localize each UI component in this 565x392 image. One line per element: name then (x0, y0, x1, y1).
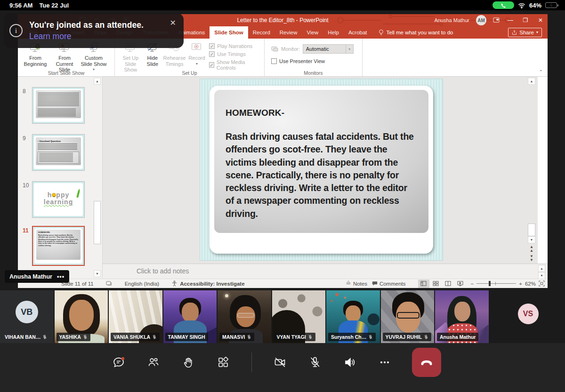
thumbnail-scrollbar[interactable]: ▲ ▼ (94, 78, 101, 277)
slide-11-thumbnail-selected[interactable]: HOMEWORK- Rash driving causes fatal acci… (32, 226, 85, 266)
slide-number: 10 (23, 182, 29, 189)
zoom-level[interactable]: 62% (525, 281, 536, 287)
more-options-button[interactable] (378, 356, 391, 369)
checkbox-checked: ✓ (209, 62, 214, 68)
participant-tile[interactable]: Anusha Mathur (435, 290, 489, 343)
mic-off-button[interactable] (308, 356, 322, 369)
show-media-controls-checkbox[interactable]: ✓Show Media Controls (209, 59, 259, 71)
teams-meeting-screen: 9:56 AM Tue 22 Jul 64% (0, 0, 565, 392)
accessibility-status[interactable]: Accessibility: Investigate (180, 281, 244, 287)
dropdown-caret: ▾ (196, 62, 198, 66)
participant-tile[interactable]: TANMAY SINGH (163, 290, 217, 343)
notes-pane[interactable]: Click to add notes ▲ ▼ (103, 264, 548, 279)
reading-view-button[interactable] (443, 280, 454, 288)
slide-body-text: Rash driving causes fatal accidents. But… (226, 130, 418, 220)
scroll-down-arrow[interactable]: ▼ (528, 236, 535, 243)
previous-slide-button[interactable]: ▲▲ (528, 244, 535, 254)
tab-slide-show[interactable]: Slide Show (210, 26, 248, 39)
display-settings-icon[interactable] (106, 281, 113, 286)
collapse-ribbon-chevron[interactable]: ⌃ (539, 69, 543, 74)
notes-scroll-down[interactable]: ▼ (538, 272, 545, 279)
tab-help[interactable]: Help (323, 26, 344, 39)
scroll-down-arrow[interactable]: ▼ (94, 270, 101, 277)
ios-status-bar: 9:56 AM Tue 22 Jul 64% (0, 0, 565, 10)
slide-show-view-button[interactable] (455, 280, 466, 288)
vertical-scrollbar[interactable]: ▲ ▼ ▲▲ ▼▼ (528, 78, 535, 263)
checkbox-checked: ✓ (209, 43, 215, 49)
tab-acrobat[interactable]: Acrobat (344, 26, 372, 39)
slide-heading: HOMEWORK- (226, 108, 418, 118)
account-avatar[interactable]: AM (476, 15, 486, 25)
slide-number-selected: 11 (23, 227, 29, 234)
more-options-dots[interactable]: ••• (57, 273, 65, 280)
active-call-pill[interactable] (492, 1, 514, 9)
crayon-icon (76, 191, 80, 198)
participant-tile[interactable]: Suryansh Ch… (326, 290, 380, 343)
tab-review[interactable]: Review (275, 26, 302, 39)
mic-off-icon (424, 335, 428, 339)
share-button[interactable]: Share ▾ (508, 28, 542, 37)
scroll-up-arrow[interactable]: ▲ (94, 78, 101, 85)
zoom-out-button[interactable]: − (471, 281, 474, 287)
tab-record[interactable]: Record (248, 26, 275, 39)
share-icon (512, 30, 517, 35)
raise-hand-button[interactable] (182, 356, 195, 369)
next-slide-button[interactable]: ▼▼ (528, 254, 535, 263)
participant-tile[interactable]: VANIA SHUKLA (109, 290, 162, 343)
restore-button[interactable]: ❐ (521, 17, 530, 24)
slide-10-thumbnail[interactable]: hppy learning (32, 181, 85, 218)
fit-to-window-icon[interactable] (539, 280, 545, 287)
presenter-name-pill[interactable]: Anusha Mathur ••• (5, 270, 69, 283)
monitor-label: Monitor: (281, 46, 300, 52)
toast-close-icon[interactable]: ✕ (170, 18, 176, 27)
comments-toggle[interactable]: Comments (372, 281, 406, 287)
play-narrations-checkbox[interactable]: ✓Play Narrations (209, 43, 259, 49)
meeting-control-bar (0, 343, 565, 392)
participant-tile[interactable]: VYAN TYAGI (272, 290, 326, 343)
comments-icon (372, 281, 378, 286)
speaker-button[interactable] (343, 356, 356, 369)
hang-up-button[interactable] (412, 348, 441, 377)
zoom-in-button[interactable]: + (519, 281, 522, 287)
camera-off-button[interactable] (274, 356, 287, 369)
scroll-up-arrow[interactable]: ▲ (528, 78, 535, 85)
chat-button[interactable] (112, 356, 125, 369)
use-presenter-view-checkbox[interactable]: Use Presenter View (271, 58, 354, 64)
participant-tile[interactable]: VB VIHAAN BAN… (0, 290, 54, 343)
notes-scroll-up[interactable]: ▲ (538, 265, 545, 272)
record-button[interactable]: Record ▾ (187, 40, 206, 66)
zoom-slider-thumb[interactable] (489, 281, 491, 286)
tab-view[interactable]: View (302, 26, 323, 39)
notes-toggle[interactable]: Notes (346, 281, 367, 287)
participant-tile[interactable]: VS (491, 290, 565, 343)
current-slide[interactable]: HOMEWORK- Rash driving causes fatal acci… (200, 79, 443, 260)
participant-video-strip: VB VIHAAN BAN… YASHIKA VANIA SHUKLA TANM… (0, 290, 565, 343)
apps-button[interactable] (217, 356, 230, 369)
tell-me-box[interactable]: Tell me what you want to do (379, 26, 453, 39)
zoom-slider[interactable] (476, 283, 516, 284)
participants-button[interactable] (147, 356, 160, 369)
notes-placeholder[interactable]: Click to add notes (137, 267, 189, 275)
use-timings-checkbox[interactable]: ✓Use Timings (209, 51, 259, 57)
account-name[interactable]: Anusha Mathur (434, 17, 469, 23)
scrollbar-thumb[interactable] (94, 201, 101, 244)
minimize-button[interactable]: — (506, 17, 515, 24)
toolbar-divider (251, 352, 252, 372)
group-label: Set Up (115, 70, 264, 76)
language-indicator[interactable]: English (India) (125, 281, 160, 287)
participant-tile[interactable]: YASHIKA (55, 290, 108, 343)
participant-tile[interactable]: YUVRAJ RUHIL (381, 290, 435, 343)
close-button[interactable]: ✕ (536, 17, 545, 24)
participant-tile[interactable]: MANASVI (218, 290, 271, 343)
normal-view-button[interactable] (418, 280, 429, 288)
toast-title: You're joined as an attendee. (29, 20, 144, 30)
dropdown-caret[interactable]: ▾ (346, 45, 353, 53)
slide-9-thumbnail[interactable]: • Unsolved Question (32, 134, 85, 171)
slide-8-thumbnail[interactable] (32, 87, 85, 124)
monitor-dropdown[interactable]: Automatic▾ (303, 44, 354, 54)
learn-more-link[interactable]: Learn more (29, 32, 144, 41)
ribbon-options-icon[interactable] (493, 17, 500, 23)
mic-off-icon (368, 335, 373, 339)
scrollbar-thumb[interactable] (528, 224, 535, 236)
slide-sorter-view-button[interactable] (430, 280, 442, 288)
